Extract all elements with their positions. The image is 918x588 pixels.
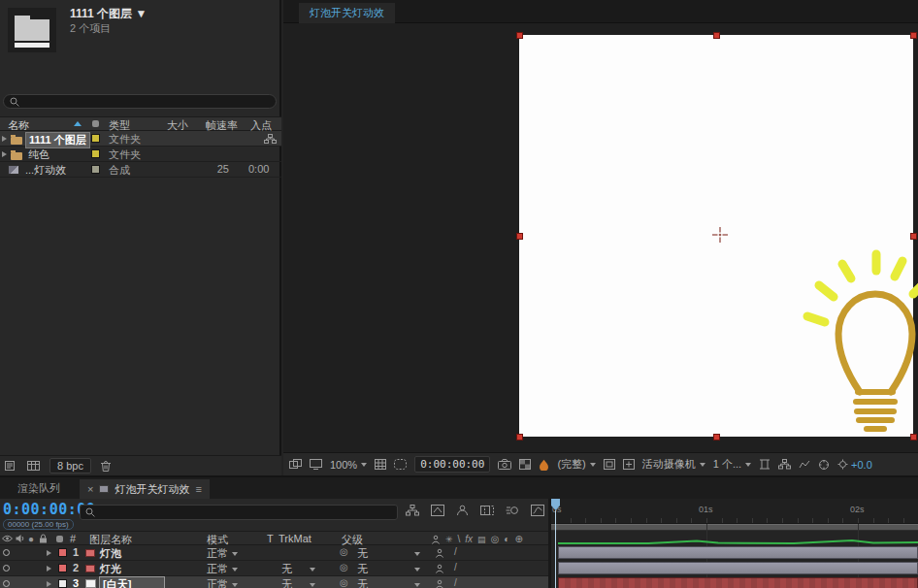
twirl-icon[interactable] — [2, 151, 7, 157]
shy-toggle[interactable] — [435, 579, 444, 588]
new-folder-icon[interactable] — [27, 460, 41, 472]
edge-handle[interactable] — [713, 32, 720, 39]
graph-icon[interactable] — [799, 459, 810, 470]
pixel-aspect-icon[interactable] — [623, 459, 635, 470]
label-header-icon[interactable] — [56, 536, 63, 542]
camera-snapshot-icon[interactable] — [498, 459, 511, 470]
corner-handle[interactable] — [910, 434, 917, 441]
parent-select[interactable]: 无 — [357, 577, 420, 588]
tab-render-queue[interactable]: 渲染队列 — [17, 481, 60, 496]
viewer-tab-comp[interactable]: 灯泡开关灯动效 — [299, 3, 395, 23]
panel-windows-icon[interactable] — [289, 459, 302, 470]
rasterize-toggle[interactable]: / — [454, 562, 457, 572]
layer-name[interactable]: 灯光 — [100, 562, 121, 576]
channels-icon[interactable] — [539, 459, 549, 471]
timeline-search-input[interactable] — [99, 506, 392, 519]
label-swatch[interactable] — [58, 564, 67, 572]
cti-line[interactable] — [555, 510, 556, 588]
table-row[interactable]: ...灯动效 合成 25 0:00 — [0, 162, 281, 178]
layer-row[interactable]: 1 灯泡 正常 ◎ 无 / — [0, 545, 548, 561]
lightbulb-artwork[interactable] — [798, 245, 918, 439]
col-t[interactable]: T — [267, 533, 274, 544]
resolution-select[interactable]: (完整) — [557, 457, 595, 472]
trkmat-select[interactable]: 无 — [281, 577, 315, 588]
exposure-control[interactable]: +0.0 — [837, 459, 872, 471]
fx-header-icon[interactable]: fx — [465, 534, 473, 544]
twirl-arrow[interactable] — [47, 550, 51, 556]
col-trkmat[interactable]: TrkMat — [279, 533, 311, 544]
corner-handle[interactable] — [516, 32, 523, 39]
draft3d-icon[interactable] — [431, 505, 444, 516]
rasterize-toggle[interactable]: / — [454, 546, 457, 557]
project-search-input[interactable] — [23, 95, 270, 108]
anchor-point-icon[interactable] — [712, 227, 728, 243]
table-row[interactable]: 1111 个图层 文件夹 — [0, 131, 281, 147]
grid-options-icon[interactable] — [375, 459, 386, 470]
close-icon[interactable]: × — [87, 483, 93, 495]
shy-toggle[interactable] — [435, 548, 444, 558]
label-swatch[interactable] — [58, 579, 67, 588]
col-label-icon[interactable] — [92, 120, 99, 127]
layer-name[interactable]: 灯泡 — [100, 546, 121, 561]
flowchart-button-icon[interactable] — [778, 459, 791, 470]
frame-blend-header-icon[interactable]: ▤ — [477, 535, 486, 544]
label-swatch[interactable] — [58, 548, 67, 557]
label-swatch[interactable] — [91, 149, 100, 158]
parent-select[interactable]: 无 — [357, 546, 420, 561]
view-layout-select[interactable]: 1 个... — [713, 457, 751, 472]
zoom-select[interactable]: 100% — [330, 459, 367, 471]
parent-pickwhip-icon[interactable]: ◎ — [340, 562, 348, 572]
camera-select[interactable]: 活动摄像机 — [642, 457, 705, 472]
layer-name[interactable]: [白天] — [99, 576, 165, 588]
project-item-title[interactable]: 1111 个图层 ▼ — [70, 6, 147, 22]
comp-mini-flowchart-icon[interactable] — [406, 505, 419, 516]
twirl-arrow[interactable] — [47, 581, 51, 587]
collapse-header-icon[interactable]: ✳ — [445, 535, 453, 544]
monitor-icon[interactable] — [310, 459, 322, 470]
threed-header-icon[interactable]: ⊕ — [514, 534, 522, 544]
trash-icon[interactable] — [100, 460, 112, 473]
graph-editor-icon[interactable] — [531, 505, 544, 516]
shy-toggle[interactable] — [435, 564, 444, 573]
parent-pickwhip-icon[interactable]: ◎ — [340, 577, 348, 588]
viewer-canvas[interactable] — [283, 23, 918, 452]
label-swatch[interactable] — [91, 134, 100, 143]
frame-blend-icon[interactable] — [480, 505, 494, 516]
rasterize-toggle[interactable]: / — [454, 577, 457, 588]
corner-handle[interactable] — [516, 434, 523, 441]
motion-blur-header-icon[interactable]: ◎ — [491, 534, 500, 544]
fast-preview-icon[interactable] — [818, 459, 830, 471]
layer-row-selected[interactable]: 3 [白天] 正常 无 ◎ 无 / — [0, 576, 548, 588]
adjustment-header-icon[interactable]: ◐ — [504, 534, 509, 544]
mask-visibility-icon[interactable] — [394, 459, 407, 470]
col-number[interactable]: # — [70, 533, 76, 544]
twirl-icon[interactable] — [2, 136, 7, 142]
mode-select[interactable]: 正常 — [207, 577, 238, 588]
project-search[interactable] — [3, 94, 277, 109]
interpret-footage-icon[interactable] — [5, 460, 18, 472]
timeline-track-area[interactable]: 0s 01s 02s — [551, 499, 918, 588]
motion-blur-icon[interactable] — [506, 505, 519, 516]
quality-header-icon[interactable]: \ — [458, 534, 461, 544]
visibility-toggle[interactable] — [3, 580, 10, 587]
layer-row[interactable]: 2 灯光 正常 无 ◎ 无 / — [0, 561, 548, 576]
item-name[interactable]: 纯色 — [28, 147, 49, 162]
edge-handle[interactable] — [910, 233, 917, 240]
parent-select[interactable]: 无 — [357, 562, 420, 576]
twirl-arrow[interactable] — [47, 566, 51, 572]
bpc-button[interactable]: 8 bpc — [49, 458, 91, 474]
panel-menu-icon[interactable]: ≡ — [195, 483, 201, 495]
item-name[interactable]: ...灯动效 — [25, 163, 66, 178]
timeline-search[interactable] — [80, 505, 398, 520]
edge-handle[interactable] — [516, 233, 523, 240]
table-row[interactable]: 纯色 文件夹 — [0, 147, 281, 162]
corner-handle[interactable] — [910, 32, 917, 39]
tab-comp-active[interactable]: × 灯泡开关灯动效 ≡ — [80, 479, 210, 499]
transparency-grid-icon[interactable] — [519, 459, 531, 470]
label-swatch[interactable] — [91, 165, 100, 174]
visibility-toggle[interactable] — [3, 549, 10, 556]
roi-icon[interactable] — [604, 459, 615, 470]
edge-handle[interactable] — [713, 434, 720, 441]
mode-select[interactable]: 正常 — [207, 546, 238, 561]
viewer-timecode[interactable]: 0:00:00:00 — [414, 456, 490, 473]
